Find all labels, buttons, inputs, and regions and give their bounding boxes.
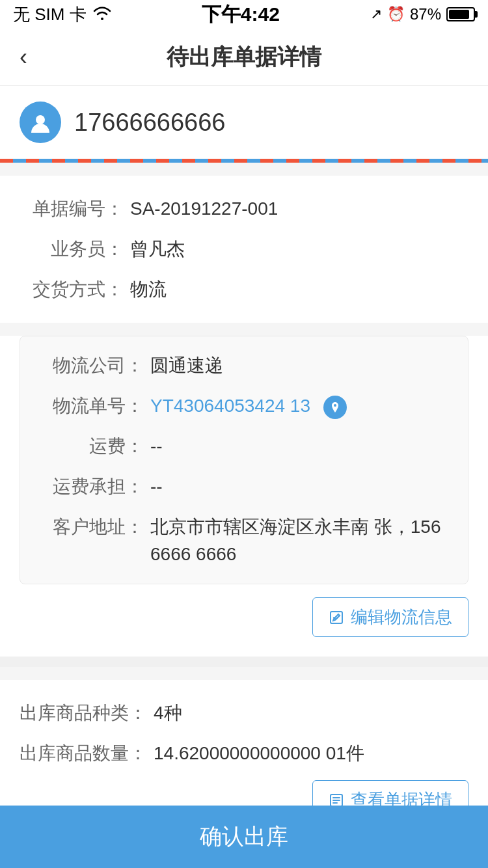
basic-info-section: 单据编号： SA-20191227-001 业务员： 曾凡杰 交货方式： 物流 [0, 176, 488, 323]
svg-point-0 [36, 115, 45, 124]
confirm-outbound-button[interactable]: 确认出库 [0, 806, 488, 868]
salesman-label: 业务员： [20, 236, 124, 263]
address-value: 北京市市辖区海淀区永丰南 张，156 6666 6666 [150, 513, 448, 568]
types-row: 出库商品种类： 4种 [20, 699, 468, 727]
customer-header: 17666666666 [0, 86, 488, 159]
freight-bear-value: -- [150, 473, 448, 500]
edit-btn-row: 编辑物流信息 [20, 597, 468, 637]
confirm-btn-label: 确认出库 [200, 822, 288, 852]
freight-row: 运费： -- [40, 433, 448, 460]
document-no-row: 单据编号： SA-20191227-001 [20, 195, 468, 223]
delivery-row: 交货方式： 物流 [20, 276, 468, 303]
nav-bar: ‹ 待出库单据详情 [0, 29, 488, 86]
status-bar: 无 SIM 卡 下午4:42 ↗ ⏰ 87% [0, 0, 488, 29]
tracking-row: 物流单号： YT43064053424 13 [40, 392, 448, 420]
company-label: 物流公司： [40, 352, 144, 379]
customer-phone: 17666666666 [74, 109, 225, 137]
company-value: 圆通速递 [150, 352, 448, 379]
page-title: 待出库单据详情 [167, 42, 321, 72]
address-label: 客户地址： [40, 513, 144, 541]
status-right: ↗ ⏰ 87% [370, 5, 475, 23]
freight-bear-row: 运费承担： -- [40, 473, 448, 500]
back-button[interactable]: ‹ [20, 44, 27, 71]
quantity-value: 14.62000000000000 01件 [154, 740, 468, 767]
salesman-row: 业务员： 曾凡杰 [20, 236, 468, 263]
logistics-card: 物流公司： 圆通速递 物流单号： YT43064053424 13 运费： --… [20, 336, 468, 584]
freight-bear-label: 运费承担： [40, 473, 144, 500]
edit-logistics-button[interactable]: 编辑物流信息 [312, 597, 468, 637]
types-value: 4种 [154, 699, 468, 727]
freight-label: 运费： [40, 433, 144, 460]
types-label: 出库商品种类： [20, 699, 147, 727]
document-no-label: 单据编号： [20, 195, 124, 223]
tracking-label: 物流单号： [40, 392, 144, 420]
battery-icon [446, 7, 475, 21]
carrier-label: 无 SIM 卡 [13, 3, 87, 26]
wifi-icon [93, 5, 111, 25]
alarm-icon: ⏰ [387, 6, 405, 23]
salesman-value: 曾凡杰 [130, 236, 468, 263]
document-no-value: SA-20191227-001 [130, 195, 468, 223]
gray-divider [0, 657, 488, 667]
edit-logistics-label: 编辑物流信息 [351, 606, 452, 629]
quantity-row: 出库商品数量： 14.62000000000000 01件 [20, 740, 468, 767]
status-left: 无 SIM 卡 [13, 3, 111, 26]
delivery-label: 交货方式： [20, 276, 124, 303]
tracking-value: YT43064053424 13 [150, 392, 448, 420]
battery-percent: 87% [410, 5, 441, 23]
quantity-label: 出库商品数量： [20, 740, 147, 767]
dashed-separator [0, 159, 488, 163]
status-time: 下午4:42 [202, 1, 280, 28]
freight-value: -- [150, 433, 448, 460]
avatar [20, 102, 61, 143]
delivery-value: 物流 [130, 276, 468, 303]
company-row: 物流公司： 圆通速递 [40, 352, 448, 379]
logistics-section: 物流公司： 圆通速递 物流单号： YT43064053424 13 运费： --… [0, 336, 488, 657]
map-location-button[interactable] [323, 396, 347, 419]
location-status-icon: ↗ [370, 6, 382, 23]
address-row: 客户地址： 北京市市辖区海淀区永丰南 张，156 6666 6666 [40, 513, 448, 568]
